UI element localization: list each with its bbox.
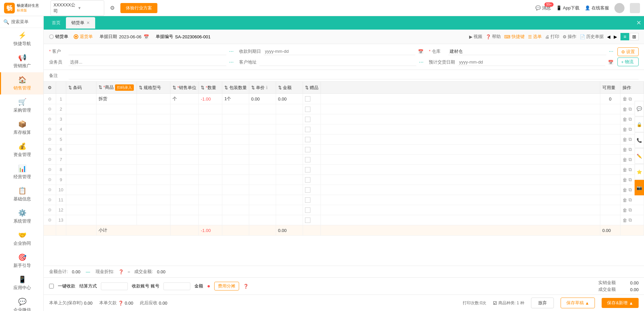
row-pkg-cell[interactable]: [222, 175, 249, 185]
row-delete-icon[interactable]: 🗑: [622, 117, 627, 122]
row-product-cell[interactable]: [96, 205, 137, 215]
history-btn[interactable]: 📄 历史单据: [580, 34, 604, 40]
radio-return[interactable]: 退货单: [74, 34, 93, 40]
row-price-cell[interactable]: [249, 175, 276, 185]
row-product-cell[interactable]: [96, 165, 137, 175]
info-icon[interactable]: ℹ: [266, 85, 268, 90]
expected-date-input[interactable]: [458, 59, 605, 66]
row-copy-icon[interactable]: ⧉: [629, 147, 632, 152]
tab-bar-close-btn[interactable]: ✕: [636, 19, 641, 27]
row-qty-cell[interactable]: [199, 134, 222, 145]
print-btn[interactable]: 🖨 打印: [545, 34, 559, 40]
scan-button[interactable]: 扫码录入: [115, 84, 134, 91]
row-product-cell[interactable]: [96, 175, 137, 185]
row-settings-icon[interactable]: ⚙: [48, 107, 52, 112]
row-product-cell[interactable]: [96, 114, 137, 124]
row-pkg-cell[interactable]: [222, 145, 249, 155]
app-download-btn[interactable]: 📱 App下载: [556, 5, 579, 11]
row-gift-cell[interactable]: [303, 205, 321, 215]
row-qty-cell[interactable]: [199, 155, 222, 165]
row-qty-cell[interactable]: [199, 185, 222, 195]
payment-date-input[interactable]: [264, 48, 416, 55]
row-product-cell[interactable]: [96, 195, 137, 205]
salesperson-ellipsis-icon[interactable]: ···: [229, 59, 233, 65]
gift-checkbox[interactable]: [305, 197, 310, 203]
row-spec-cell[interactable]: [137, 104, 170, 114]
row-settings-icon[interactable]: ⚙: [48, 157, 52, 162]
row-qty-cell[interactable]: [199, 175, 222, 185]
row-price-cell[interactable]: [249, 145, 276, 155]
row-delete-icon[interactable]: 🗑: [622, 147, 627, 152]
row-delete-icon[interactable]: 🗑: [622, 137, 627, 142]
row-product-cell[interactable]: [96, 104, 137, 114]
note-input[interactable]: [69, 72, 639, 79]
row-unit-cell[interactable]: [170, 195, 199, 205]
row-pkg-cell[interactable]: [222, 205, 249, 215]
row-spec-cell[interactable]: [137, 165, 170, 175]
row-unit-cell[interactable]: [170, 124, 199, 134]
avatar[interactable]: [614, 3, 624, 13]
row-product-cell[interactable]: 拆货: [96, 94, 137, 104]
row-qty-cell[interactable]: [199, 104, 222, 114]
row-qty-cell[interactable]: [199, 205, 222, 215]
row-unit-cell[interactable]: [170, 134, 199, 145]
row-qty-cell[interactable]: [199, 124, 222, 134]
tab-home[interactable]: 首页: [46, 17, 66, 29]
row-delete-icon[interactable]: 🗑: [622, 107, 627, 112]
row-amount-cell[interactable]: [276, 185, 303, 195]
one-click-payment-checkbox[interactable]: [49, 284, 54, 288]
gift-checkbox[interactable]: [305, 218, 310, 223]
row-gift-cell[interactable]: [303, 114, 321, 124]
row-settings-icon[interactable]: ⚙: [48, 96, 52, 102]
row-unit-cell[interactable]: 个: [170, 94, 199, 104]
row-unit-cell[interactable]: [170, 114, 199, 124]
row-price-cell[interactable]: [249, 205, 276, 215]
row-price-cell[interactable]: [249, 124, 276, 134]
rfloat-chat-btn[interactable]: 💬: [635, 101, 644, 116]
row-delete-icon[interactable]: 🗑: [622, 187, 627, 193]
row-gift-cell[interactable]: [303, 185, 321, 195]
row-barcode-cell[interactable]: [66, 185, 96, 195]
row-copy-icon[interactable]: ⧉: [629, 207, 632, 213]
gift-checkbox[interactable]: [305, 127, 310, 132]
row-delete-icon[interactable]: 🗑: [622, 197, 627, 203]
row-settings-icon[interactable]: ⚙: [48, 127, 52, 132]
discard-button[interactable]: 放弃: [531, 298, 554, 308]
row-spec-cell[interactable]: [137, 185, 170, 195]
customer-address-ellipsis-icon[interactable]: ···: [419, 59, 423, 65]
row-amount-cell[interactable]: 0.00: [276, 94, 303, 104]
row-unit-cell[interactable]: [170, 205, 199, 215]
salesperson-input[interactable]: [69, 59, 226, 66]
row-qty-cell[interactable]: -1.00: [199, 94, 222, 104]
row-spec-cell[interactable]: [137, 175, 170, 185]
row-unit-cell[interactable]: [170, 165, 199, 175]
rfloat-edit-btn[interactable]: ✏️: [635, 148, 644, 164]
row-copy-icon[interactable]: ⧉: [629, 157, 632, 162]
row-amount-cell[interactable]: [276, 195, 303, 205]
gift-checkbox[interactable]: [305, 187, 310, 193]
save-new-button[interactable]: 保存&新增 ▲: [602, 298, 639, 308]
expected-date-calendar-icon[interactable]: 📅: [608, 60, 613, 65]
row-amount-cell[interactable]: [276, 145, 303, 155]
row-settings-icon[interactable]: ⚙: [48, 147, 52, 152]
customer-input[interactable]: [69, 48, 226, 55]
tab-sales-order[interactable]: 销货单 ✕: [66, 17, 95, 29]
row-spec-cell[interactable]: [137, 215, 170, 225]
row-barcode-cell[interactable]: [66, 165, 96, 175]
row-gift-cell[interactable]: [303, 145, 321, 155]
sidebar-item-purchase[interactable]: 🛒 采购管理: [0, 94, 43, 117]
row-settings-icon[interactable]: ⚙: [48, 187, 52, 192]
nav-prev-icon[interactable]: ◀: [607, 34, 610, 39]
row-barcode-cell[interactable]: [66, 205, 96, 215]
customer-address-input[interactable]: [259, 59, 416, 66]
row-amount-cell[interactable]: [276, 155, 303, 165]
account-input[interactable]: [163, 282, 190, 290]
row-unit-cell[interactable]: [170, 155, 199, 165]
sidebar-item-sales[interactable]: 🏠 销售管理: [0, 72, 43, 94]
col-header-settings[interactable]: ⚙: [44, 82, 56, 94]
row-pkg-cell[interactable]: [222, 185, 249, 195]
row-delete-icon[interactable]: 🗑: [622, 127, 627, 132]
gift-checkbox[interactable]: [305, 147, 310, 152]
calc-method-input[interactable]: [101, 282, 128, 290]
row-unit-cell[interactable]: [170, 185, 199, 195]
